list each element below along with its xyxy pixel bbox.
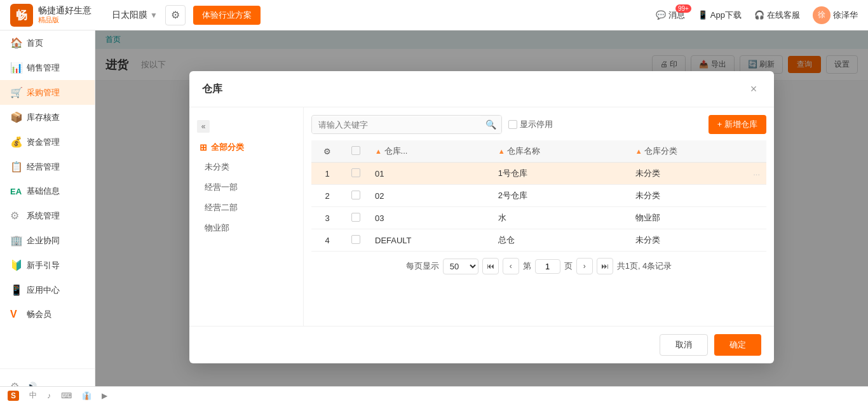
sidebar-label-basic: 基础信息 (27, 185, 60, 197)
page-label: 第 (523, 260, 531, 272)
cancel-button[interactable]: 取消 (660, 334, 708, 356)
sidebar-item-vip[interactable]: V 畅会员 (0, 302, 95, 327)
top-nav: 畅 畅捷通好生意 精品版 日太阳膜 ▼ ⚙ 体验行业方案 💬 消息 99+ 📱 … (0, 0, 868, 30)
row-check[interactable] (343, 185, 369, 207)
settings-button[interactable]: ⚙ (165, 5, 186, 25)
modal-header: 仓库 × (189, 71, 774, 107)
sidebar-item-enterprise[interactable]: 🏢 企业协同 (0, 228, 95, 253)
sidebar-item-guide[interactable]: 🔰 新手引导 (0, 253, 95, 278)
sidebar-item-finance[interactable]: 💰 资金管理 (0, 130, 95, 154)
purchase-icon: 🛒 (10, 86, 22, 98)
message-badge: 99+ (675, 4, 691, 13)
modal-close-button[interactable]: × (746, 81, 761, 97)
per-page-select[interactable]: 50 10 20 100 (443, 259, 478, 274)
confirm-button[interactable]: 确定 (714, 334, 761, 356)
category-item-0[interactable]: 未分类 (189, 157, 303, 177)
guide-icon: 🔰 (10, 259, 22, 271)
modal-table-panel: 🔍 显示停用 + 新增仓库 (304, 107, 774, 326)
finance-icon: 💰 (10, 136, 22, 148)
status-bar: S 中 ♪ ⌨ 👔 ▶ (0, 386, 868, 404)
store-name: 日太阳膜 (112, 10, 147, 21)
row-check[interactable] (343, 207, 369, 229)
inventory-icon: 📦 (10, 111, 22, 123)
th-code: ▲ 仓库... (369, 140, 492, 163)
last-page-btn[interactable]: ⏭ (597, 258, 613, 274)
headset-icon: 🎧 (754, 10, 764, 20)
table-row[interactable]: 2 02 2号仓库 未分类 (311, 185, 766, 207)
sidebar-label-home: 首页 (27, 37, 43, 49)
sidebar-item-operations[interactable]: 📋 经营管理 (0, 154, 95, 179)
category-item-3[interactable]: 物业部 (189, 218, 303, 238)
row-name: 总仓 (492, 229, 629, 252)
search-input[interactable] (312, 116, 480, 133)
sort-asc-icon: ▲ (375, 147, 382, 155)
enterprise-icon: 🏢 (10, 234, 22, 246)
message-item[interactable]: 💬 消息 99+ (656, 10, 685, 21)
row-category: 未分类 (629, 185, 766, 207)
sidebar-item-basic[interactable]: EA 基础信息 (0, 179, 95, 203)
store-selector[interactable]: 日太阳膜 ▼ (112, 10, 158, 21)
sidebar-item-sales[interactable]: 📊 销售管理 (0, 55, 95, 80)
row-name: 2号仓库 (492, 185, 629, 207)
sidebar-label-purchase: 采购管理 (27, 87, 60, 98)
brand-logo: 畅 (10, 4, 33, 27)
row-check[interactable] (343, 163, 369, 185)
category-all-item[interactable]: ⊞ 全部分类 (189, 138, 303, 157)
add-warehouse-btn[interactable]: + 新增仓库 (709, 115, 766, 134)
avatar: 徐 (813, 6, 831, 24)
row-code: 02 (369, 185, 492, 207)
header-checkbox[interactable] (351, 146, 360, 155)
service-item[interactable]: 🎧 在线客服 (754, 10, 800, 21)
status-item-4: 👔 (82, 391, 92, 400)
sidebar-item-apps[interactable]: 📱 应用中心 (0, 278, 95, 302)
table-row[interactable]: 4 DEFAULT 总仓 未分类 (311, 229, 766, 252)
app-label: App下载 (710, 10, 742, 21)
show-disabled-checkbox[interactable] (508, 120, 517, 129)
next-page-btn[interactable]: › (576, 258, 593, 274)
category-item-2[interactable]: 经营二部 (189, 198, 303, 218)
status-item-1: 中 (29, 390, 37, 401)
page-total: 共1页, 4条记录 (617, 260, 672, 272)
row-name: 水 (492, 207, 629, 229)
category-toggle: « (189, 115, 303, 138)
row-dots: ... (753, 168, 760, 177)
sidebar-label-sales: 销售管理 (27, 62, 60, 74)
app-download-item[interactable]: 📱 App下载 (698, 10, 742, 21)
system-icon: ⚙ (10, 210, 22, 222)
row-category: 未分类 (629, 229, 766, 252)
sidebar-item-inventory[interactable]: 📦 库存核查 (0, 105, 95, 130)
modal-overlay: 仓库 × « ⊞ 全部分类 未分类 (95, 30, 868, 404)
modal-pagination: 每页显示 50 10 20 100 ⏮ ‹ 第 页 (311, 258, 766, 274)
search-icon[interactable]: 🔍 (480, 116, 501, 133)
row-num: 3 (311, 207, 343, 229)
mobile-icon: 📱 (698, 10, 708, 20)
sidebar-item-purchase[interactable]: 🛒 采购管理 (0, 80, 95, 105)
sidebar-item-home[interactable]: 🏠 首页 (0, 30, 95, 55)
row-num: 2 (311, 185, 343, 207)
sidebar-label-system: 系统管理 (27, 210, 60, 222)
ops-icon: 📋 (10, 161, 22, 173)
row-check[interactable] (343, 229, 369, 252)
sidebar-label-inventory: 库存核查 (27, 112, 60, 123)
page-input[interactable] (535, 259, 560, 274)
user-item[interactable]: 徐 徐泽华 (813, 6, 858, 24)
status-item-5: ▶ (102, 391, 107, 400)
warehouse-table: ⚙ ▲ 仓库... (311, 140, 766, 252)
brand: 畅 畅捷通好生意 精品版 (10, 4, 92, 27)
prev-page-btn[interactable]: ‹ (503, 258, 519, 274)
row-code: DEFAULT (369, 229, 492, 252)
table-row[interactable]: 3 03 水 物业部 (311, 207, 766, 229)
show-disabled-toggle[interactable]: 显示停用 (508, 119, 553, 130)
chevron-down-icon: ▼ (150, 11, 158, 20)
status-logo: S (8, 391, 19, 401)
sidebar: 🏠 首页 📊 销售管理 🛒 采购管理 📦 库存核查 💰 资金管理 📋 经营管理 … (0, 30, 95, 404)
sidebar-item-system[interactable]: ⚙ 系统管理 (0, 203, 95, 228)
first-page-btn[interactable]: ⏮ (482, 258, 499, 274)
sidebar-label-enterprise: 企业协同 (27, 235, 60, 246)
category-item-1[interactable]: 经营一部 (189, 177, 303, 198)
industry-btn[interactable]: 体验行业方案 (193, 6, 261, 25)
status-item-3: ⌨ (61, 391, 72, 400)
th-name: ▲ 仓库名称 (492, 140, 629, 163)
table-row[interactable]: 1 01 1号仓库 未分类... (311, 163, 766, 185)
collapse-category-btn[interactable]: « (197, 120, 210, 133)
